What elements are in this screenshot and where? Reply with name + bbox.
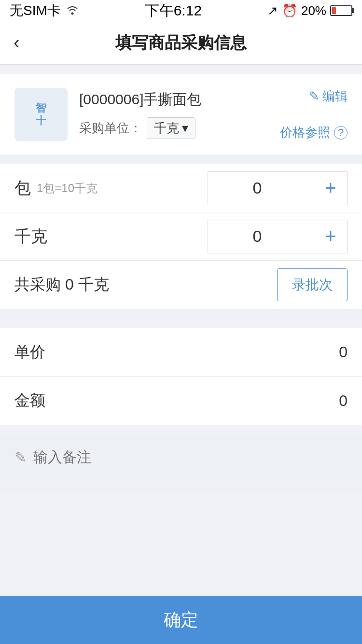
bag-hint: 1包=10千克 — [37, 181, 97, 196]
bag-plus-button[interactable]: + — [314, 171, 348, 205]
total-value: 0 — [65, 276, 74, 293]
product-image: 智 十 — [14, 88, 68, 141]
amount-label: 金额 — [14, 390, 45, 411]
pencil-icon: ✎ — [14, 449, 27, 466]
battery-percent: 20% — [301, 3, 326, 18]
amount-value: 0 — [339, 392, 348, 410]
unit-price-row: 单价 0 — [0, 328, 362, 377]
kg-input-row: 千克 + — [0, 212, 362, 261]
kg-label: 千克 — [14, 225, 47, 248]
price-ref-button[interactable]: 价格参照 ? — [280, 124, 348, 141]
status-bar: 无SIM卡 下午6:12 ↗ ⏰ 20% — [0, 0, 362, 21]
nav-bar: ‹ 填写商品采购信息 — [0, 21, 362, 65]
unit-select[interactable]: 千克 ▾ — [147, 117, 195, 139]
unit-price-label: 单价 — [14, 342, 45, 363]
battery-icon — [330, 5, 352, 16]
unit-label: 采购单位： — [79, 120, 142, 137]
bag-input-control: + — [208, 171, 348, 205]
svg-point-0 — [71, 13, 73, 15]
location-icon: ↗ — [267, 3, 278, 18]
price-section: 单价 0 金额 0 — [0, 328, 362, 425]
total-label: 共采购 0 千克 — [14, 274, 109, 295]
bag-label: 包 1包=10千克 — [14, 177, 97, 199]
edit-button[interactable]: ✎ 编辑 — [309, 88, 348, 105]
amount-row: 金额 0 — [0, 377, 362, 425]
confirm-button[interactable]: 确定 — [0, 596, 362, 644]
note-input[interactable] — [33, 449, 348, 465]
kg-quantity-input[interactable] — [208, 220, 314, 253]
unit-price-value: 0 — [339, 343, 348, 361]
bag-input-row: 包 1包=10千克 + — [0, 164, 362, 212]
total-unit: 千克 — [78, 276, 109, 293]
edit-icon: ✎ — [309, 89, 320, 104]
product-logo: 智 十 — [36, 102, 46, 127]
status-time: 下午6:12 — [145, 1, 202, 21]
wifi-icon — [66, 3, 79, 18]
input-section: 包 1包=10千克 + 千克 + 共采购 0 千克 录批次 — [0, 164, 362, 309]
kg-input-control: + — [208, 220, 348, 253]
page-title: 填写商品采购信息 — [115, 32, 247, 54]
price-ref-icon: ? — [334, 126, 348, 140]
batch-button[interactable]: 录批次 — [277, 268, 348, 301]
divider-2 — [0, 309, 362, 319]
back-button[interactable]: ‹ — [14, 32, 20, 53]
divider-1 — [0, 154, 362, 164]
total-row: 共采购 0 千克 录批次 — [0, 261, 362, 309]
note-section: ✎ — [0, 434, 362, 492]
carrier-label: 无SIM卡 — [10, 1, 61, 20]
status-right: ↗ ⏰ 20% — [267, 3, 352, 18]
bag-quantity-input[interactable] — [208, 171, 314, 205]
product-card: 智 十 [0000006]手撕面包 采购单位： 千克 ▾ ✎ 编辑 价格参照 ? — [0, 74, 362, 154]
status-left: 无SIM卡 — [10, 1, 79, 20]
alarm-icon: ⏰ — [282, 3, 297, 18]
kg-plus-button[interactable]: + — [314, 220, 348, 253]
product-name: [0000006]手撕面包 — [79, 90, 348, 110]
